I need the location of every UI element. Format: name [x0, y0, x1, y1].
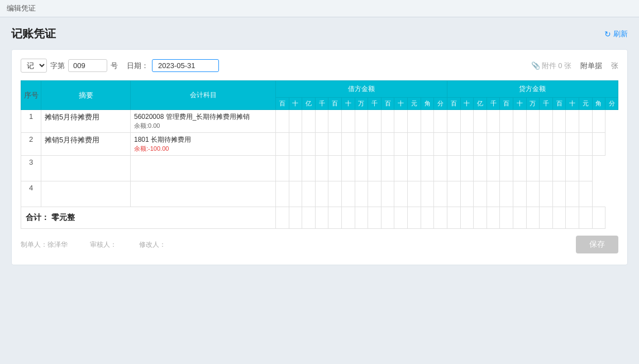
th-d-yi1: 亿: [302, 98, 316, 110]
field-label-1: 字第: [50, 61, 65, 71]
title-bar: 编辑凭证: [0, 0, 639, 17]
attachment-label: 附件 0 张: [542, 61, 571, 71]
page-title: 记账凭证: [11, 26, 56, 41]
total-amount: 零元整: [51, 213, 75, 222]
refresh-button[interactable]: ↻ 刷新: [604, 29, 628, 39]
th-c-shi1: 十: [460, 98, 474, 110]
th-d-shi2: 十: [342, 98, 355, 110]
th-c-shi2: 十: [513, 98, 526, 110]
refresh-icon: ↻: [604, 30, 611, 39]
th-c-bai2: 百: [500, 98, 513, 110]
th-d-bai2: 百: [328, 98, 342, 110]
th-c-fen1: 分: [605, 98, 618, 110]
date-label: 日期：: [127, 61, 149, 71]
summary-cell[interactable]: [41, 181, 131, 207]
refresh-label: 刷新: [613, 29, 628, 39]
th-d-qian2: 千: [368, 98, 382, 110]
th-seq: 序号: [21, 81, 41, 110]
account-cell[interactable]: 1801 长期待摊费用 余额:-100.00: [131, 133, 276, 156]
type-select[interactable]: 记: [21, 59, 47, 73]
th-d-bai1: 百: [276, 98, 289, 110]
type-group: 记 字第 号: [21, 59, 118, 73]
balance-label: 余额:-100.00: [134, 145, 272, 153]
th-debit: 借方金额: [276, 81, 447, 98]
title-bar-label: 编辑凭证: [7, 4, 36, 12]
table-row: 4: [21, 181, 618, 207]
paperclip-icon: 📎: [531, 61, 540, 70]
voucher-card: 记 字第 号 日期： 📎 附件 0 张 附单据 张: [11, 49, 628, 265]
balance-label: 余额:0.00: [134, 122, 272, 130]
attachment-single-label: 附单据: [580, 61, 602, 71]
th-d-jiao1: 角: [421, 98, 434, 110]
th-c-jiao1: 角: [592, 98, 605, 110]
th-c-wan1: 万: [526, 98, 540, 110]
th-c-shi3: 十: [566, 98, 579, 110]
main-area: 记账凭证 ↻ 刷新 记 字第 号 日期：: [0, 17, 639, 363]
account-cell[interactable]: [131, 156, 276, 181]
footer-row: 制单人：徐泽华 审核人： 修改人： 保存: [21, 236, 618, 253]
table-row: 3: [21, 156, 618, 181]
th-credit: 贷方金额: [447, 81, 618, 98]
voucher-table: 序号 摘要 会计科目 借方金额 贷方金额 百 十 亿 千 百 十 万: [21, 80, 618, 229]
table-row: 2 摊销5月待摊费用 1801 长期待摊费用 余额:-100.00: [21, 133, 618, 156]
th-c-bai1: 百: [447, 98, 460, 110]
th-d-shi3: 十: [394, 98, 408, 110]
attachment-link[interactable]: 📎 附件 0 张: [531, 61, 571, 71]
th-d-shi1: 十: [289, 98, 302, 110]
th-d-yuan1: 元: [408, 98, 421, 110]
voucher-count: 张: [611, 61, 618, 71]
th-d-wan1: 万: [355, 98, 368, 110]
page-title-row: 记账凭证 ↻ 刷新: [11, 26, 628, 41]
seq-cell: 4: [21, 181, 41, 207]
form-row: 记 字第 号 日期： 📎 附件 0 张 附单据 张: [21, 59, 618, 73]
summary-cell[interactable]: 摊销5月待摊费用: [41, 110, 131, 133]
th-d-qian1: 千: [315, 98, 328, 110]
save-button[interactable]: 保存: [576, 236, 618, 253]
table-row: 1 摊销5月待摊费用 56020008 管理费用_长期待摊费用摊销 余额:0.0…: [21, 110, 618, 133]
attachment-area: 📎 附件 0 张 附单据 张: [531, 61, 618, 71]
voucher-number-input[interactable]: [68, 59, 107, 72]
editor-label: 修改人：: [139, 240, 166, 250]
date-group: 日期：: [127, 59, 219, 72]
account-cell[interactable]: [131, 181, 276, 207]
th-c-qian1: 千: [487, 98, 500, 110]
reviewer-label: 审核人：: [90, 240, 117, 250]
th-c-yuan1: 元: [579, 98, 593, 110]
total-label: 合计：: [26, 213, 49, 222]
seq-cell: 3: [21, 156, 41, 181]
seq-cell: 2: [21, 133, 41, 156]
th-d-bai3: 百: [381, 98, 394, 110]
summary-cell[interactable]: [41, 156, 131, 181]
summary-cell[interactable]: 摊销5月待摊费用: [41, 133, 131, 156]
date-input[interactable]: [152, 59, 219, 72]
total-label-cell: 合计： 零元整: [21, 207, 276, 229]
field-label-2: 号: [111, 61, 118, 71]
maker-label: 制单人：徐泽华: [21, 240, 68, 250]
seq-cell: 1: [21, 110, 41, 133]
th-summary: 摘要: [41, 81, 131, 110]
total-row: 合计： 零元整: [21, 207, 618, 229]
account-cell[interactable]: 56020008 管理费用_长期待摊费用摊销 余额:0.00: [131, 110, 276, 133]
th-d-fen1: 分: [434, 98, 447, 110]
th-c-qian2: 千: [540, 98, 553, 110]
th-c-bai3: 百: [552, 98, 566, 110]
th-account: 会计科目: [131, 81, 276, 110]
th-c-yi1: 亿: [474, 98, 487, 110]
